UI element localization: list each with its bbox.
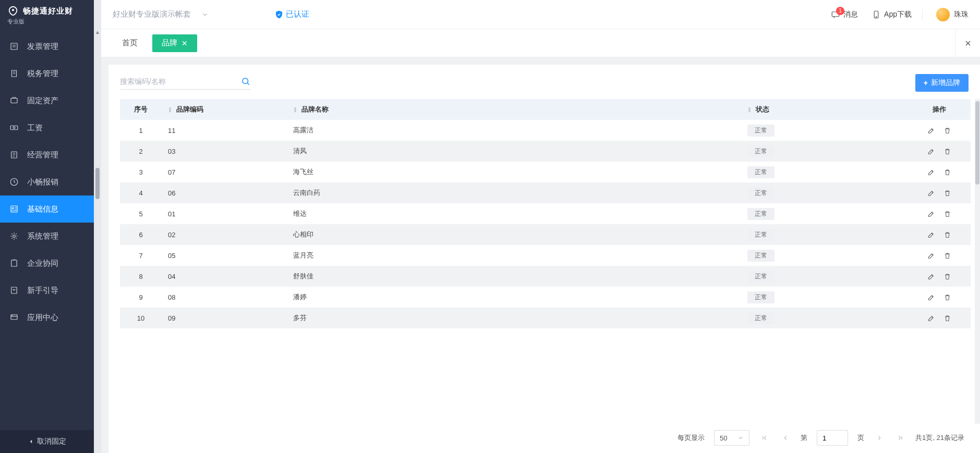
scroll-up-arrow[interactable]: ▲ — [95, 29, 100, 34]
per-page-select[interactable]: 50 — [714, 430, 749, 446]
search-input[interactable] — [120, 77, 241, 85]
table-row[interactable]: 406云南白药正常 — [120, 182, 971, 203]
sidebar-item-label: 企业协同 — [27, 259, 58, 268]
sidebar-scrollbar[interactable]: ▲ — [94, 0, 101, 453]
sidebar-unpin-button[interactable]: 取消固定 — [0, 430, 94, 453]
svg-rect-1 — [11, 43, 17, 50]
col-status[interactable]: ▲▼ 状态 — [741, 99, 908, 120]
table-row[interactable]: 501维达正常 — [120, 203, 971, 224]
sidebar-item-3[interactable]: 工资 — [0, 114, 94, 141]
topbar-divider — [922, 9, 923, 20]
page-input[interactable] — [817, 430, 848, 446]
sidebar-item-7[interactable]: 系统管理 — [0, 223, 94, 250]
close-all-tabs-button[interactable] — [955, 29, 980, 57]
sidebar-item-4[interactable]: 经营管理 — [0, 141, 94, 168]
cell-status: 正常 — [741, 182, 908, 203]
edit-icon[interactable] — [927, 127, 935, 134]
cell-ops — [908, 120, 971, 141]
sidebar-item-label: 系统管理 — [27, 231, 58, 241]
cell-code: 06 — [162, 182, 287, 203]
cell-code: 11 — [162, 120, 287, 141]
next-page-button[interactable] — [874, 434, 885, 442]
topbar: 好业财专业版演示帐套 已认证 1 消息 App下载 珠珠 — [101, 0, 980, 29]
tab-close-button[interactable]: ✕ — [182, 39, 188, 47]
edit-icon[interactable] — [927, 252, 935, 260]
delete-icon[interactable] — [943, 127, 951, 134]
sidebar-item-10[interactable]: 应用中心 — [0, 304, 94, 331]
edit-icon[interactable] — [927, 314, 935, 322]
table-row[interactable]: 908潘婷正常 — [120, 287, 971, 308]
table-row[interactable]: 602心相印正常 — [120, 224, 971, 245]
edit-icon[interactable] — [927, 273, 935, 280]
user-menu[interactable]: 珠珠 — [936, 8, 969, 21]
cell-status: 正常 — [741, 162, 908, 182]
invoice-icon — [9, 42, 19, 51]
add-brand-button[interactable]: + 新增品牌 — [915, 74, 969, 92]
delete-icon[interactable] — [943, 231, 951, 239]
sidebar-item-5[interactable]: 小畅报销 — [0, 168, 94, 195]
table-row[interactable]: 705蓝月亮正常 — [120, 245, 971, 266]
edit-icon[interactable] — [927, 293, 935, 301]
phone-icon — [872, 10, 881, 19]
last-page-icon — [897, 434, 904, 442]
delete-icon[interactable] — [943, 189, 951, 197]
pagination: 每页显示 50 第 页 — [108, 424, 980, 446]
first-page-button[interactable] — [759, 434, 770, 442]
search-icon — [241, 77, 250, 86]
messages-button[interactable]: 1 消息 — [831, 10, 858, 19]
user-avatar-icon — [936, 8, 950, 21]
edit-icon[interactable] — [927, 231, 935, 239]
edit-icon[interactable] — [927, 168, 935, 176]
delete-icon[interactable] — [943, 314, 951, 322]
last-page-button[interactable] — [894, 434, 906, 442]
sidebar-item-label: 基础信息 — [27, 204, 58, 214]
scroll-thumb[interactable] — [95, 168, 100, 199]
per-page-value: 50 — [720, 434, 727, 442]
cell-ops — [908, 162, 971, 182]
system-icon — [9, 231, 19, 241]
delete-icon[interactable] — [943, 273, 951, 280]
col-name[interactable]: ▲▼ 品牌名称 — [287, 99, 741, 120]
sidebar-item-label: 发票管理 — [27, 42, 58, 52]
table-vertical-scrollbar[interactable] — [975, 99, 980, 424]
verified-badge[interactable]: 已认证 — [274, 9, 309, 19]
delete-icon[interactable] — [943, 293, 951, 301]
svg-rect-10 — [11, 260, 17, 266]
delete-icon[interactable] — [943, 252, 951, 260]
edit-icon[interactable] — [927, 189, 935, 197]
prev-page-button[interactable] — [780, 434, 791, 442]
sidebar-item-8[interactable]: 企业协同 — [0, 250, 94, 277]
table-row[interactable]: 307海飞丝正常 — [120, 162, 971, 182]
table-row[interactable]: 804舒肤佳正常 — [120, 266, 971, 287]
cell-status: 正常 — [741, 266, 908, 287]
edit-icon[interactable] — [927, 148, 935, 155]
edit-icon[interactable] — [927, 210, 935, 218]
tab-0[interactable]: 首页 — [113, 34, 147, 52]
search-button[interactable] — [241, 77, 250, 86]
col-code[interactable]: ▲▼ 品牌编码 — [162, 99, 287, 120]
brand-logo[interactable]: 畅捷通好业财 — [0, 0, 94, 18]
col-index[interactable]: 序号 — [120, 99, 162, 120]
app-download-button[interactable]: App下载 — [872, 10, 912, 19]
delete-icon[interactable] — [943, 148, 951, 155]
table-row[interactable]: 111高露洁正常 — [120, 120, 971, 141]
sidebar-item-9[interactable]: 新手引导 — [0, 277, 94, 304]
svg-point-9 — [13, 235, 16, 238]
content-card: + 新增品牌 序号 ▲▼ 品牌编码 — [108, 65, 980, 453]
delete-icon[interactable] — [943, 210, 951, 218]
cell-index: 4 — [120, 182, 162, 203]
table-row[interactable]: 1009多芬正常 — [120, 308, 971, 328]
svg-point-4 — [13, 127, 15, 129]
sidebar-item-0[interactable]: 发票管理 — [0, 33, 94, 60]
delete-icon[interactable] — [943, 168, 951, 176]
account-select[interactable]: 好业财专业版演示帐套 — [113, 9, 269, 19]
plus-icon: + — [924, 79, 928, 87]
sidebar-item-2[interactable]: 固定资产 — [0, 87, 94, 114]
tab-1[interactable]: 品牌✕ — [152, 34, 197, 52]
messages-label: 消息 — [843, 10, 858, 19]
sidebar-item-6[interactable]: 基础信息 — [0, 195, 94, 223]
table-row[interactable]: 203清风正常 — [120, 141, 971, 162]
chevron-left-icon — [782, 434, 789, 442]
sidebar-item-1[interactable]: 税务管理 — [0, 60, 94, 87]
table-scroll[interactable]: 序号 ▲▼ 品牌编码 ▲▼ 品牌名称 ▲▼ — [108, 99, 975, 424]
